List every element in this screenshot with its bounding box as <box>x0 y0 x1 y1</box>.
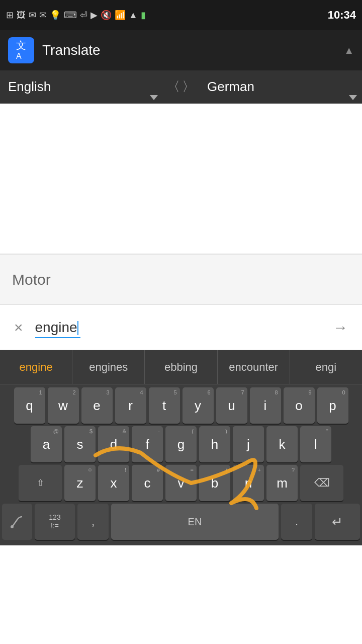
keyboard-icon: ⌨ <box>64 10 77 21</box>
key-p[interactable]: 0p <box>317 387 348 424</box>
autocomplete-item-0[interactable]: engine <box>0 350 72 384</box>
space-key[interactable]: EN <box>111 504 279 540</box>
keyboard-row-3: ⇧ ☺z !x #c =v /b +n ?m ⌫ <box>2 465 360 501</box>
play-icon: ▶ <box>90 10 98 21</box>
sym-key[interactable]: 123!:= <box>35 504 75 540</box>
title-bar: 文A Translate ▲ <box>0 30 362 70</box>
key-l[interactable]: "l <box>300 426 331 462</box>
autocomplete-item-3[interactable]: encounter <box>218 350 290 384</box>
mail-icon: ✉ <box>29 10 36 21</box>
key-w[interactable]: 2w <box>48 387 79 424</box>
battery-icon: ▮ <box>141 10 146 21</box>
cursor <box>77 321 78 335</box>
keyboard-bottom-row: 123!:= , EN . ↵ <box>2 504 360 540</box>
key-y[interactable]: 6y <box>183 387 214 424</box>
title-dropdown-icon[interactable]: ▲ <box>344 45 354 56</box>
clear-input-button[interactable]: × <box>10 315 27 340</box>
autocomplete-text-1: engines <box>89 361 128 374</box>
target-language-button[interactable]: German <box>199 70 362 103</box>
translation-output-text: Motor <box>12 271 51 288</box>
chevron-right-icon: 〉 <box>182 78 195 96</box>
status-icons: ⊞ 🖼 ✉ ✉ 💡 ⌨ ⏎ ▶ 🔇 📶 ▲ ▮ <box>6 10 146 21</box>
key-h[interactable]: )h <box>199 426 230 462</box>
autocomplete-item-4[interactable]: engi <box>290 350 362 384</box>
add-icon: ⊞ <box>6 10 14 21</box>
app-icon: 文A <box>8 37 34 63</box>
sync-icon: ⏎ <box>80 10 87 21</box>
autocomplete-bar: engine engines ebbing encounter engi <box>0 350 362 384</box>
translation-result-area: Motor <box>0 255 362 305</box>
bulb-icon: 💡 <box>50 10 61 21</box>
app-icon-symbol: 文A <box>16 40 26 60</box>
key-c[interactable]: #c <box>132 465 163 501</box>
svg-point-0 <box>11 525 14 528</box>
status-bar: ⊞ 🖼 ✉ ✉ 💡 ⌨ ⏎ ▶ 🔇 📶 ▲ ▮ 10:34 <box>0 0 362 30</box>
app-title: Translate <box>42 42 336 58</box>
key-u[interactable]: 7u <box>216 387 247 424</box>
keyboard-row-2: @a $s &d -f (g )h j k "l <box>2 426 360 462</box>
key-t[interactable]: 5t <box>149 387 180 424</box>
comma-key[interactable]: , <box>77 504 109 540</box>
source-language-button[interactable]: English <box>0 70 163 103</box>
key-g[interactable]: (g <box>165 426 197 462</box>
key-n[interactable]: +n <box>233 465 264 501</box>
key-k[interactable]: k <box>266 426 298 462</box>
key-j[interactable]: j <box>233 426 264 462</box>
enter-key[interactable]: ↵ <box>315 504 360 540</box>
mail2-icon: ✉ <box>39 10 47 21</box>
key-m[interactable]: ?m <box>266 465 298 501</box>
search-input[interactable]: engine <box>35 319 80 338</box>
key-i[interactable]: 8i <box>250 387 281 424</box>
target-language-label: German <box>207 79 254 95</box>
mute-icon: 🔇 <box>101 10 112 21</box>
key-v[interactable]: =v <box>165 465 197 501</box>
autocomplete-item-1[interactable]: engines <box>72 350 145 384</box>
key-q[interactable]: 1q <box>14 387 45 424</box>
key-z[interactable]: ☺z <box>64 465 96 501</box>
translation-source-area[interactable] <box>0 104 362 255</box>
key-x[interactable]: !x <box>98 465 129 501</box>
submit-button[interactable]: → <box>329 315 352 340</box>
input-text: engine <box>35 319 77 335</box>
key-o[interactable]: 9o <box>284 387 315 424</box>
autocomplete-text-2: ebbing <box>164 361 198 374</box>
key-e[interactable]: 3e <box>81 387 113 424</box>
input-field-wrapper: engine <box>35 319 321 336</box>
key-b[interactable]: /b <box>199 465 230 501</box>
key-a[interactable]: @a <box>31 426 62 462</box>
key-s[interactable]: $s <box>64 426 96 462</box>
key-r[interactable]: 4r <box>115 387 146 424</box>
status-time: 10:34 <box>328 9 356 22</box>
swipe-key[interactable] <box>2 504 32 540</box>
language-bar: English 〈 〉 German <box>0 70 362 104</box>
key-f[interactable]: -f <box>132 426 163 462</box>
wifi-icon: 📶 <box>115 10 126 21</box>
period-key[interactable]: . <box>281 504 312 540</box>
input-bar: × engine → <box>0 305 362 350</box>
autocomplete-text-4: engi <box>316 361 337 374</box>
swap-language-button[interactable]: 〈 〉 <box>163 78 199 96</box>
shift-key[interactable]: ⇧ <box>19 465 62 501</box>
signal-icon: ▲ <box>129 10 138 21</box>
keyboard: 1q 2w 3e 4r 5t 6y 7u 8i 9o 0p @a $s &d -… <box>0 384 362 545</box>
keyboard-row-1: 1q 2w 3e 4r 5t 6y 7u 8i 9o 0p <box>2 387 360 424</box>
chevron-left-icon: 〈 <box>167 78 180 96</box>
autocomplete-item-2[interactable]: ebbing <box>145 350 217 384</box>
source-language-label: English <box>8 79 51 95</box>
autocomplete-text-3: encounter <box>229 361 278 374</box>
image-icon: 🖼 <box>17 10 26 21</box>
backspace-key[interactable]: ⌫ <box>300 465 343 501</box>
key-d[interactable]: &d <box>98 426 129 462</box>
autocomplete-text-0: engine <box>20 361 53 374</box>
